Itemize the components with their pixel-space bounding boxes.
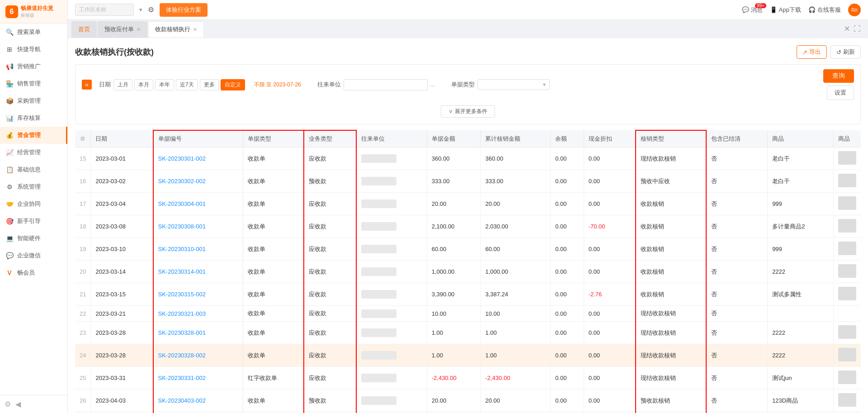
export-btn[interactable]: ↗ 导出	[797, 45, 827, 59]
doc-no-link[interactable]: SK-20230328-001	[158, 329, 206, 336]
workspace-dropdown-icon[interactable]: ▾	[139, 6, 142, 13]
doc-no-link[interactable]: SK-20230301-002	[158, 155, 206, 162]
sidebar-item-collab[interactable]: 🤝 企业协同	[0, 195, 67, 213]
row-docno-cell[interactable]: SK-20230328-002	[153, 344, 243, 367]
tab-prepay-close[interactable]: ✕	[137, 27, 141, 33]
custom-date-btn[interactable]: 自定义	[221, 79, 245, 90]
row-amount-cell: 10.00	[427, 306, 481, 322]
sidebar-item-basic-info[interactable]: 📋 基础信息	[0, 161, 67, 178]
row-docno-cell[interactable]: SK-20230328-001	[153, 322, 243, 344]
expand-more-btn[interactable]: ∨ 展开更多条件	[441, 105, 495, 118]
basic-info-label: 基础信息	[17, 166, 41, 174]
doc-no-link[interactable]: SK-20230310-001	[158, 246, 206, 252]
doc-no-link[interactable]: SK-20230328-002	[158, 352, 206, 359]
member-label: 畅会员	[17, 269, 35, 277]
row-biztype-cell: 应收款	[304, 261, 356, 283]
filter-expand-btn[interactable]: »	[82, 80, 92, 90]
row-docno-cell[interactable]: SK-20230308-001	[153, 215, 243, 238]
page-title-bar: 收款核销执行(按收款) ↗ 导出 ↺ 刷新	[75, 45, 861, 59]
close-tab-icon[interactable]: ✕	[844, 24, 850, 33]
partner-input[interactable]	[344, 79, 428, 90]
sidebar-item-purchase[interactable]: 📦 采购管理	[0, 92, 67, 109]
doc-no-link[interactable]: SK-20230314-001	[158, 268, 206, 275]
query-btn[interactable]: 查询	[823, 69, 854, 83]
sidebar-item-operations[interactable]: 📈 经营管理	[0, 144, 67, 161]
sidebar-item-marketing[interactable]: 📢 营销推广	[0, 58, 67, 75]
tab-home[interactable]: 首页	[71, 21, 97, 38]
online-service-btn[interactable]: 🎧 在线客服	[808, 6, 841, 14]
topbar-gear-icon[interactable]: ⚙	[148, 5, 154, 14]
doc-no-link[interactable]: SK-20230315-002	[158, 291, 206, 298]
last-month-btn[interactable]: 上月	[113, 79, 132, 90]
date-filter-label: 日期	[99, 81, 111, 89]
settings-bottom-icon[interactable]: ⚙	[5, 400, 11, 408]
row-docno-cell[interactable]: SK-20230301-002	[153, 147, 243, 170]
app-download-btn[interactable]: 📱 App下载	[770, 6, 801, 14]
row-date-cell: 2023-03-21	[91, 306, 153, 322]
sidebar-item-sales[interactable]: 🏪 销售管理	[0, 75, 67, 92]
sidebar-item-system[interactable]: ⚙ 系统管理	[0, 178, 67, 195]
doc-type-dropdown-icon[interactable]: ▾	[543, 81, 546, 88]
collapse-icon[interactable]: ◀	[15, 400, 21, 408]
this-month-btn[interactable]: 本月	[134, 79, 153, 90]
row-docno-cell[interactable]: SK-20230314-001	[153, 261, 243, 283]
row-product2-cell	[834, 283, 861, 306]
doc-no-link[interactable]: SK-20230302-002	[158, 178, 206, 185]
row-settled-cell: 否	[706, 147, 767, 170]
this-year-btn[interactable]: 本年	[155, 79, 174, 90]
filter-row: » 日期 上月 本月 本年 近7天 更多 自定义 不限 至 202	[82, 69, 854, 100]
col-amount-header: 单据金额	[427, 130, 481, 147]
doc-type-label: 单据类型	[451, 81, 475, 89]
row-docno-cell[interactable]: SK-20230321-003	[153, 306, 243, 322]
row-verified-cell: 20.00	[481, 193, 551, 215]
sidebar-item-inventory[interactable]: 📊 库存核算	[0, 109, 67, 127]
doc-no-link[interactable]: SK-20230321-003	[158, 310, 206, 317]
messages-btn[interactable]: 💬 消息 99+	[742, 6, 763, 14]
maximize-icon[interactable]: ⛶	[854, 25, 861, 33]
col-settings-header[interactable]: ⚙	[75, 130, 91, 147]
row-docno-cell[interactable]: SK-20230403-002	[153, 389, 243, 412]
date-range-display: 不限 至 2023-07-26	[254, 81, 301, 89]
row-verifytype-cell: 现结收款核销	[636, 322, 706, 344]
sidebar-item-guide[interactable]: 🎯 新手引导	[0, 213, 67, 230]
sidebar-logo-text: 畅康道好生意 标推版	[21, 5, 53, 19]
filter-settings-btn[interactable]: 设置	[827, 85, 854, 100]
more-date-btn[interactable]: 更多	[200, 79, 219, 90]
member-icon: V	[5, 269, 14, 276]
row-docno-cell[interactable]: SK-20230304-001	[153, 193, 243, 215]
quick-nav-label: 快捷导航	[17, 45, 41, 53]
col-date-header: 日期	[91, 130, 153, 147]
row-biztype-cell: 应收款	[304, 238, 356, 261]
doc-no-link[interactable]: SK-20230304-001	[158, 200, 206, 207]
tab-verify-close[interactable]: ✕	[193, 27, 197, 33]
row-date-cell: 2023-03-02	[91, 170, 153, 193]
sidebar-item-finance[interactable]: 💰 资金管理	[0, 127, 67, 144]
table-row: 24 2023-03-28 SK-20230328-002 收款单 应收款 ██…	[75, 344, 861, 367]
doc-no-link[interactable]: SK-20230308-001	[158, 223, 206, 230]
row-product2-cell	[834, 367, 861, 389]
user-avatar[interactable]: Rit	[848, 4, 861, 16]
sidebar-item-hardware[interactable]: 💻 智能硬件	[0, 230, 67, 247]
row-settled-cell: 否	[706, 283, 767, 306]
doc-no-link[interactable]: SK-20230403-002	[158, 397, 206, 404]
refresh-btn[interactable]: ↺ 刷新	[830, 45, 861, 59]
row-docno-cell[interactable]: SK-20230302-002	[153, 170, 243, 193]
row-docno-cell[interactable]: SK-20230310-001	[153, 238, 243, 261]
tabbar-right: ✕ ⛶	[844, 24, 864, 33]
sidebar-item-member[interactable]: V 畅会员	[0, 264, 67, 281]
app-icon: 📱	[770, 6, 777, 13]
row-product2-cell	[834, 215, 861, 238]
workspace-selector[interactable]: 工作区名称	[75, 4, 134, 16]
solution-btn[interactable]: 体验行业方案	[160, 3, 208, 17]
row-verified-cell: 20.00	[481, 389, 551, 412]
doc-no-link[interactable]: SK-20230331-002	[158, 375, 206, 381]
row-docno-cell[interactable]: SK-20230315-002	[153, 283, 243, 306]
table-gear-icon[interactable]: ⚙	[80, 135, 85, 142]
tab-verify[interactable]: 收款核销执行 ✕	[148, 21, 204, 38]
sidebar-item-quick-nav[interactable]: ⊞ 快捷导航	[0, 41, 67, 58]
sidebar-item-wechat[interactable]: 💬 企业微信	[0, 247, 67, 264]
search-menu-item[interactable]: 🔍 搜索菜单	[0, 24, 67, 41]
last-7-days-btn[interactable]: 近7天	[176, 79, 198, 90]
tab-prepay[interactable]: 预收应付单 ✕	[98, 21, 147, 38]
row-docno-cell[interactable]: SK-20230331-002	[153, 367, 243, 389]
